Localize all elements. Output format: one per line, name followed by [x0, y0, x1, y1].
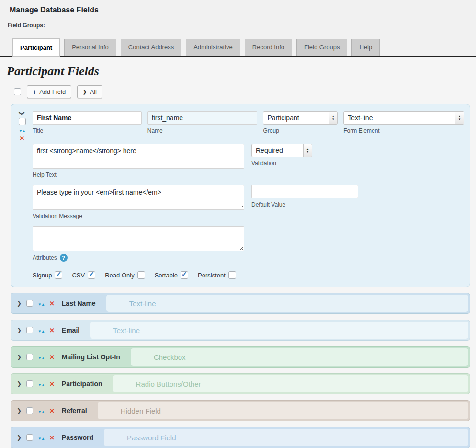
form-element-type: Password Field [127, 434, 176, 442]
add-field-label: Add Field [39, 88, 66, 95]
field-name: Email [62, 326, 79, 334]
sort-handle-icon[interactable]: ▼▲ [38, 327, 45, 333]
field-row-mailing-list-opt-in[interactable]: ❯ ▼▲ ✕ Mailing List Opt-In Checkbox [11, 346, 470, 368]
row-checkbox[interactable] [26, 327, 33, 333]
attributes-textarea[interactable] [33, 226, 244, 251]
form-element-box[interactable]: Hidden Field [98, 402, 468, 419]
section-heading: Participant Fields [7, 57, 476, 79]
row-checkbox[interactable] [26, 354, 33, 360]
form-element-select-value: Text-line [348, 114, 373, 122]
csv-label: CSV [72, 272, 85, 279]
toolbar: + Add Field ❯ All [14, 85, 476, 98]
sort-handle-icon[interactable]: ▼▲ [38, 435, 45, 441]
sort-handle-icon[interactable]: ▼▲ [38, 408, 45, 414]
validation-label: Validation [251, 160, 312, 167]
expand-chevron-icon[interactable]: ❯ [17, 408, 22, 414]
sort-handle-icon[interactable]: ▼▲ [38, 381, 45, 387]
field-name: Last Name [62, 299, 96, 307]
field-row-participation[interactable]: ❯ ▼▲ ✕ Participation Radio Buttons/Other [11, 373, 470, 394]
field-name: Mailing List Opt-In [62, 353, 120, 361]
default-value-label: Default Value [251, 201, 358, 208]
form-element-type: Radio Buttons/Other [136, 380, 201, 388]
expand-chevron-icon[interactable]: ❯ [17, 381, 22, 387]
sortable-label: Sortable [155, 272, 178, 279]
delete-field-icon[interactable]: ✕ [49, 327, 55, 333]
form-element-select[interactable]: Text-line ▴▾ [343, 111, 464, 125]
expand-chevron-icon[interactable]: ❯ [17, 300, 22, 306]
default-value-input[interactable] [251, 185, 358, 198]
read-only-checkbox[interactable] [137, 271, 145, 279]
read-only-label: Read Only [105, 272, 134, 279]
delete-field-icon[interactable]: ✕ [49, 354, 55, 360]
select-arrows-icon: ▴▾ [455, 112, 464, 124]
sort-handle-icon[interactable]: ▼▲ [19, 127, 25, 133]
row-checkbox[interactable] [19, 118, 26, 125]
participant-fields-section: Participant Fields + Add Field ❯ All ❯ ▼… [0, 57, 476, 448]
tab-record-info[interactable]: Record Info [245, 39, 292, 56]
page-title: Manage Database Fields [10, 6, 476, 14]
form-element-type: Hidden Field [121, 407, 161, 415]
tab-contact-address[interactable]: Contact Address [121, 39, 181, 56]
title-label: Title [33, 127, 142, 134]
delete-field-icon[interactable]: ✕ [20, 135, 25, 141]
row-checkbox[interactable] [26, 407, 33, 414]
delete-field-icon[interactable]: ✕ [49, 300, 55, 307]
tab-participant[interactable]: Participant [12, 38, 60, 57]
csv-checkbox[interactable] [88, 271, 95, 279]
form-element-box[interactable]: Password Field [104, 429, 468, 446]
help-text-textarea[interactable]: first <strong>name</strong> here [33, 144, 244, 169]
collapse-chevron-icon[interactable]: ❯ [19, 111, 25, 115]
expand-chevron-icon[interactable]: ❯ [17, 435, 22, 440]
form-element-box[interactable]: Radio Buttons/Other [113, 375, 468, 392]
expand-chevron-icon[interactable]: ❯ [17, 354, 22, 360]
form-element-box[interactable]: Text-line [90, 322, 468, 339]
add-field-button[interactable]: + Add Field [27, 85, 71, 98]
delete-field-icon[interactable]: ✕ [49, 435, 55, 441]
form-element-box[interactable]: Text-line [106, 295, 468, 312]
tab-administrative[interactable]: Administrative [186, 39, 240, 56]
title-input[interactable] [33, 111, 142, 125]
field-row-referral[interactable]: ❯ ▼▲ ✕ Referral Hidden Field [11, 400, 470, 421]
field-row-email[interactable]: ❯ ▼▲ ✕ Email Text-line [11, 320, 470, 341]
field-name: Password [62, 434, 93, 441]
expand-chevron-icon[interactable]: ❯ [17, 327, 22, 333]
delete-field-icon[interactable]: ✕ [49, 408, 55, 414]
form-element-label: Form Element [343, 127, 464, 134]
validation-message-textarea[interactable]: Please type in your <em>first name</em> [33, 185, 244, 210]
select-arrows-icon: ▴▾ [303, 144, 312, 157]
tab-personal-info[interactable]: Personal Info [64, 39, 116, 56]
form-element-type: Text-line [129, 299, 156, 308]
validation-select-value: Required [256, 147, 283, 154]
sortable-checkbox[interactable] [181, 271, 188, 279]
tab-bar: Participant Personal Info Contact Addres… [0, 38, 476, 57]
help-icon[interactable]: ? [60, 254, 68, 262]
name-input[interactable] [147, 111, 258, 125]
group-label: Group [263, 127, 338, 134]
tab-field-groups[interactable]: Field Groups [296, 39, 347, 56]
validation-select[interactable]: Required ▴▾ [251, 144, 312, 157]
tab-help[interactable]: Help [351, 39, 380, 56]
signup-label: Signup [33, 272, 52, 279]
field-row-password[interactable]: ❯ ▼▲ ✕ Password Password Field [11, 427, 470, 448]
signup-checkbox[interactable] [55, 271, 62, 279]
option-signup: Signup [33, 271, 62, 279]
field-groups-label: Field Groups: [8, 22, 476, 29]
form-element-type: Checkbox [154, 353, 186, 361]
form-element-box[interactable]: Checkbox [131, 348, 468, 366]
group-select[interactable]: Participant ▴▾ [263, 111, 338, 125]
row-checkbox[interactable] [26, 300, 33, 307]
sort-up-icon: ▲ [22, 129, 25, 133]
sort-handle-icon[interactable]: ▼▲ [38, 354, 45, 360]
sort-handle-icon[interactable]: ▼▲ [38, 300, 45, 307]
field-editor-first-name: ❯ ▼▲ ✕ Title Name Participant ▴▾ [11, 104, 470, 287]
option-read-only: Read Only [105, 271, 145, 279]
row-checkbox[interactable] [26, 380, 33, 387]
persistent-checkbox[interactable] [228, 271, 236, 279]
form-element-type: Text-line [113, 326, 140, 334]
field-row-last-name[interactable]: ❯ ▼▲ ✕ Last Name Text-line [11, 293, 470, 314]
select-arrows-icon: ▴▾ [329, 112, 337, 124]
expand-all-button[interactable]: ❯ All [77, 85, 102, 98]
select-all-checkbox[interactable] [14, 88, 21, 95]
row-checkbox[interactable] [26, 434, 33, 441]
delete-field-icon[interactable]: ✕ [49, 381, 55, 387]
